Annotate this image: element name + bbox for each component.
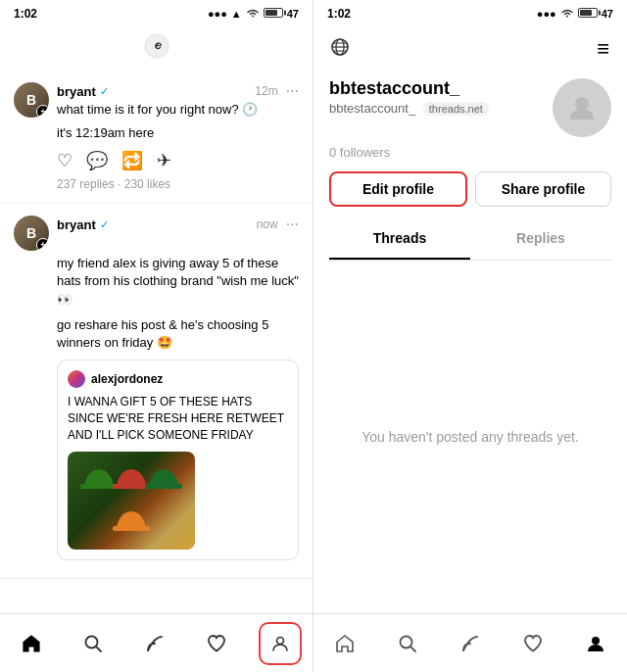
post-1-time: 12m bbox=[255, 84, 277, 98]
post-2-meta: bryant ✓ now ··· bbox=[57, 216, 299, 235]
post-2-header: B + bryant ✓ now ··· bbox=[14, 216, 299, 251]
wifi-sym-left bbox=[246, 8, 260, 20]
profile-username: bbtestaccount_ bbox=[329, 78, 553, 99]
post-1-more[interactable]: ··· bbox=[286, 82, 299, 100]
nav-search-left[interactable] bbox=[73, 624, 113, 663]
edit-profile-button[interactable]: Edit profile bbox=[329, 171, 467, 207]
battery-right bbox=[578, 8, 598, 20]
share-profile-button[interactable]: Share profile bbox=[475, 171, 611, 207]
post-2-content2: go reshare his post & he's choosing 5 wi… bbox=[57, 316, 299, 352]
quoted-author: alexjordonez bbox=[91, 372, 163, 386]
post-1-author: bryant bbox=[57, 84, 96, 99]
svg-point-2 bbox=[276, 637, 283, 644]
post-2: B + bryant ✓ now ··· my friend alex is g… bbox=[0, 204, 313, 578]
svg-point-11 bbox=[592, 637, 600, 645]
nav-heart-right[interactable] bbox=[513, 624, 553, 663]
svg-point-8 bbox=[575, 97, 589, 111]
svg-line-1 bbox=[96, 647, 101, 651]
status-icons-right: ●●● 47 bbox=[537, 8, 613, 20]
avatar-2: B + bbox=[14, 216, 49, 251]
nav-search-right[interactable] bbox=[388, 624, 427, 663]
threads-header-left bbox=[0, 27, 313, 71]
battery-left bbox=[264, 8, 283, 20]
svg-line-10 bbox=[410, 647, 415, 651]
avatar-plus-1: + bbox=[36, 105, 49, 118]
post-2-more[interactable]: ··· bbox=[286, 216, 299, 233]
left-panel: 1:02 ●●● ▲ 47 bbox=[0, 0, 314, 672]
right-panel: 1:02 ●●● 47 bbox=[314, 0, 627, 672]
time-right: 1:02 bbox=[327, 7, 351, 21]
battery-num-right: 47 bbox=[602, 8, 613, 20]
profile-avatar-inner bbox=[553, 78, 611, 137]
hat-3 bbox=[149, 469, 178, 489]
quoted-post: alexjordonez I WANNA GIFT 5 OF THESE HAT… bbox=[57, 360, 299, 559]
repost-icon-1[interactable]: 🔁 bbox=[121, 150, 143, 171]
quoted-post-header: alexjordonez bbox=[68, 370, 288, 388]
globe-icon[interactable] bbox=[329, 36, 351, 63]
tab-replies[interactable]: Replies bbox=[470, 218, 611, 260]
nav-compose-left[interactable] bbox=[135, 624, 174, 663]
signal-icon-left: ●●● bbox=[208, 8, 227, 20]
profile-section: bbtestaccount_ bbtestaccount_ threads.ne… bbox=[314, 71, 627, 261]
right-header: ≡ bbox=[314, 27, 627, 71]
post-1-question: what time is it for you right now? 🕐 bbox=[57, 102, 299, 117]
tab-threads[interactable]: Threads bbox=[329, 218, 470, 260]
post-1-reply: it's 12:19am here bbox=[57, 124, 299, 142]
nav-profile-right[interactable] bbox=[576, 624, 615, 663]
threads-badge: threads.net bbox=[423, 102, 489, 116]
status-bar-left: 1:02 ●●● ▲ 47 bbox=[0, 0, 313, 27]
wifi-icon-right bbox=[560, 8, 574, 20]
post-1-meta: bryant ✓ 12m ··· what time is it for you… bbox=[57, 82, 299, 120]
nav-home-right[interactable] bbox=[325, 624, 364, 663]
hat-4 bbox=[117, 511, 146, 531]
empty-feed-message: You haven't posted any threads yet. bbox=[314, 261, 627, 613]
nav-home-left[interactable] bbox=[12, 624, 51, 663]
profile-buttons: Edit profile Share profile bbox=[329, 171, 611, 207]
time-left: 1:02 bbox=[14, 7, 37, 21]
battery-num-left: 47 bbox=[287, 8, 299, 20]
bottom-nav-left bbox=[0, 613, 313, 672]
hat-visual bbox=[68, 452, 195, 550]
post-1-author-row: bryant ✓ 12m ··· bbox=[57, 82, 299, 100]
hat-2 bbox=[117, 469, 146, 489]
like-icon-1[interactable]: ♡ bbox=[57, 150, 72, 171]
hamburger-icon[interactable]: ≡ bbox=[597, 36, 611, 62]
nav-compose-right[interactable] bbox=[451, 624, 490, 663]
profile-handle: bbtestaccount_ threads.net bbox=[329, 101, 553, 116]
comment-icon-1[interactable]: 💬 bbox=[86, 150, 108, 171]
post-2-author-row: bryant ✓ now ··· bbox=[57, 216, 299, 233]
post-1-actions: ♡ 💬 🔁 ✈ bbox=[57, 150, 299, 171]
post-2-content1: my friend alex is giving away 5 of these… bbox=[57, 255, 299, 309]
post-2-time: now bbox=[257, 217, 278, 231]
nav-profile-left[interactable] bbox=[259, 622, 302, 665]
hat-1 bbox=[84, 469, 114, 489]
status-bar-right: 1:02 ●●● 47 bbox=[314, 0, 627, 27]
profile-info: bbtestaccount_ bbtestaccount_ threads.ne… bbox=[329, 78, 553, 120]
share-icon-1[interactable]: ✈ bbox=[157, 150, 171, 171]
threads-logo-left bbox=[143, 32, 170, 66]
status-icons-left: ●●● ▲ 47 bbox=[208, 8, 299, 20]
wifi-icon-left: ▲ bbox=[231, 8, 242, 20]
quoted-text: I WANNA GIFT 5 OF THESE HATS SINCE WE'RE… bbox=[68, 394, 288, 443]
post-2-author: bryant bbox=[57, 217, 96, 232]
avatar-1: B + bbox=[14, 82, 49, 118]
bottom-nav-right bbox=[314, 613, 627, 672]
avatar-plus-2: + bbox=[36, 238, 49, 251]
post-1-stats: 237 replies · 230 likes bbox=[57, 177, 299, 191]
signal-icon-right: ●●● bbox=[537, 8, 556, 20]
verified-badge-1: ✓ bbox=[100, 85, 109, 98]
feed: B + bryant ✓ 12m ··· what time is it for… bbox=[0, 71, 313, 613]
followers-count: 0 followers bbox=[329, 145, 611, 160]
quoted-avatar bbox=[68, 370, 85, 388]
post-1: B + bryant ✓ 12m ··· what time is it for… bbox=[0, 71, 313, 204]
quoted-image bbox=[68, 452, 195, 550]
profile-top: bbtestaccount_ bbtestaccount_ threads.ne… bbox=[329, 78, 611, 137]
verified-badge-2: ✓ bbox=[100, 218, 109, 231]
post-1-header: B + bryant ✓ 12m ··· what time is it for… bbox=[14, 82, 299, 120]
profile-avatar bbox=[553, 78, 611, 137]
nav-heart-left[interactable] bbox=[197, 624, 236, 663]
profile-tabs: Threads Replies bbox=[329, 218, 611, 261]
